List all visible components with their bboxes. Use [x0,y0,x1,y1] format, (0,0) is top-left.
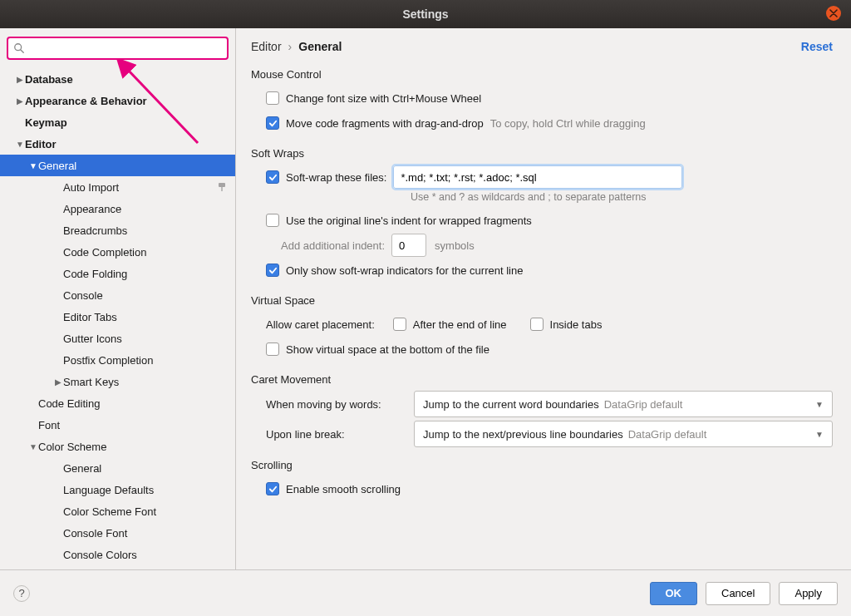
hint-soft-wrap-patterns: Use * and ? as wildcards and ; to separa… [266,191,833,203]
tree-item-label: Font [38,419,227,431]
checkbox-only-current-line[interactable] [266,264,279,277]
breadcrumb-sep: › [288,40,293,53]
section-caret-movement: Caret Movement [251,373,833,386]
tree-item-label: Database [25,73,227,86]
window-close-button[interactable] [826,6,841,21]
tree-item-label: General [38,160,227,172]
search-wrap [0,28,235,67]
select-moving-by-words[interactable]: Jump to the current word boundaries Data… [414,391,833,417]
tree-item-font[interactable]: ▶Font [0,414,235,436]
tree-item-label: Postfix Completion [63,354,227,367]
label-after-eol: After the end of line [413,318,507,331]
label-only-current-line: Only show soft-wrap indicators for the c… [286,264,523,277]
tree-item-code-folding[interactable]: ▶Code Folding [0,263,235,284]
tree-item-label: Appearance [63,203,227,215]
check-icon [268,173,278,182]
tree-item-appearance[interactable]: ▶Appearance [0,198,235,219]
tree-item-label: Auto Import [63,181,217,194]
tree-item-general[interactable]: ▼General [0,155,235,176]
svg-line-1 [21,50,23,52]
tree-item-label: Color Scheme [38,441,227,453]
apply-button[interactable]: Apply [779,582,838,605]
tree-item-label: Console [63,289,227,302]
tree-item-general[interactable]: ▶General [0,457,235,479]
titlebar: Settings [0,0,851,28]
tree-item-gutter-icons[interactable]: ▶Gutter Icons [0,328,235,349]
checkbox-virtual-space-bottom[interactable] [266,342,279,356]
settings-tree[interactable]: ▶Database▶Appearance & Behavior▶Keymap▼E… [0,67,235,569]
tree-item-database[interactable]: ▶Database [0,68,235,90]
select-default: DataGrip default [628,428,707,441]
label-soft-wrap-files: Soft-wrap these files: [286,171,386,184]
tree-item-color-scheme[interactable]: ▼Color Scheme [0,436,235,457]
tree-item-keymap[interactable]: ▶Keymap [0,111,235,133]
label-use-original-indent: Use the original line's indent for wrapp… [286,214,532,227]
label-symbols: symbols [435,239,475,252]
checkbox-smooth-scrolling[interactable] [266,482,279,495]
tree-item-label: Breadcrumbs [63,224,227,237]
checkbox-use-original-indent[interactable] [266,214,279,227]
input-soft-wrap-patterns[interactable] [393,165,682,189]
cancel-button[interactable]: Cancel [706,582,770,605]
help-icon: ? [18,587,24,599]
tree-item-label: Smart Keys [63,376,227,388]
tree-item-label: Language Defaults [63,484,227,496]
ok-button[interactable]: OK [650,582,698,605]
chevron-down-icon: ▼ [815,430,824,439]
search-input[interactable] [28,42,222,55]
tree-item-label: Appearance & Behavior [25,95,227,107]
checkbox-after-eol[interactable] [393,318,406,331]
tree-item-label: Editor [25,138,227,150]
tree-item-label: Console Colors [63,549,227,561]
hint-move-drag: To copy, hold Ctrl while dragging [490,117,646,130]
select-upon-line-break[interactable]: Jump to the next/previous line boundarie… [414,421,833,447]
tree-item-label: Color Scheme Font [63,505,227,518]
tree-item-language-defaults[interactable]: ▶Language Defaults [0,479,235,500]
tree-item-editor-tabs[interactable]: ▶Editor Tabs [0,306,235,328]
tree-item-label: Editor Tabs [63,311,227,323]
svg-rect-2 [219,183,225,187]
tree-item-postfix-completion[interactable]: ▶Postfix Completion [0,349,235,371]
tree-item-auto-import[interactable]: ▶Auto Import [0,176,235,198]
tree-item-code-editing[interactable]: ▶Code Editing [0,392,235,414]
tree-item-console-font[interactable]: ▶Console Font [0,522,235,544]
pin-icon [217,182,227,192]
label-change-font-size: Change font size with Ctrl+Mouse Wheel [286,92,481,105]
window-title: Settings [402,7,448,21]
content-scroll[interactable]: Mouse Control Change font size with Ctrl… [236,60,851,569]
breadcrumb-current: General [298,40,342,53]
tree-item-label: Gutter Icons [63,333,227,345]
tree-item-console[interactable]: ▶Console [0,284,235,306]
tree-item-editor[interactable]: ▼Editor [0,133,235,155]
search-icon [13,42,25,54]
checkbox-change-font-size[interactable] [266,91,279,105]
label-move-drag-drop: Move code fragments with drag-and-drop [286,117,484,130]
reset-link[interactable]: Reset [801,40,833,53]
tree-item-smart-keys[interactable]: ▶Smart Keys [0,371,235,392]
tree-item-color-scheme-font[interactable]: ▶Color Scheme Font [0,500,235,522]
checkbox-move-drag-drop[interactable] [266,116,279,130]
select-value: Jump to the current word boundaries [423,398,599,411]
checkbox-soft-wrap-files[interactable] [266,170,279,184]
settings-search[interactable] [7,37,229,60]
label-additional-indent: Add additional indent: [281,239,385,252]
tree-item-label: Code Folding [63,268,227,280]
svg-rect-3 [221,187,222,191]
tree-item-label: General [63,462,227,475]
checkbox-inside-tabs[interactable] [530,318,544,331]
content-header: Editor › General Reset [236,28,851,60]
tree-item-code-completion[interactable]: ▶Code Completion [0,241,235,263]
caret-right-icon: ▶ [15,96,25,106]
tree-item-console-colors[interactable]: ▶Console Colors [0,544,235,565]
caret-down-icon: ▼ [15,140,25,149]
section-scrolling: Scrolling [251,459,833,471]
caret-right-icon: ▶ [15,75,25,84]
check-icon [268,119,278,128]
dialog-footer: ? OK Cancel Apply [0,569,851,616]
input-additional-indent[interactable] [391,234,426,257]
tree-item-breadcrumbs[interactable]: ▶Breadcrumbs [0,219,235,241]
tree-item-appearance-behavior[interactable]: ▶Appearance & Behavior [0,90,235,111]
select-value: Jump to the next/previous line boundarie… [423,428,623,441]
caret-down-icon: ▼ [28,442,38,451]
help-button[interactable]: ? [13,585,30,602]
